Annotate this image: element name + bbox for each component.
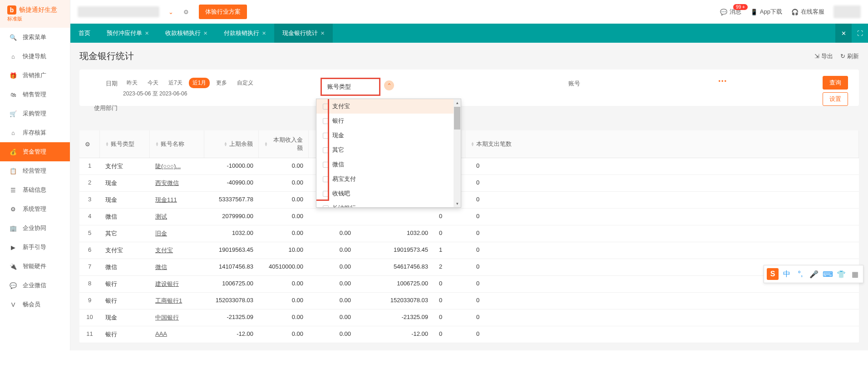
close-icon[interactable]: ✕	[321, 30, 325, 36]
tab-4[interactable]: 现金银行统计✕	[274, 24, 333, 43]
cell-name[interactable]: 西安微信	[150, 175, 204, 191]
nav-item-2[interactable]: 🎁营销推广	[0, 66, 70, 85]
cell-name[interactable]: 现金111	[150, 192, 204, 208]
filters-panel: 日期 昨天今天近7天近1月更多自定义 2023-05-06 至 2023-06-…	[79, 70, 859, 106]
row-index: 4	[79, 209, 100, 225]
col-prev-balance[interactable]: ▲▼上期余额	[204, 130, 259, 158]
dropdown-item[interactable]: 长沙银行	[316, 201, 461, 208]
nav-item-11[interactable]: ▶新手引导	[0, 238, 70, 257]
cell-c1: 0	[434, 276, 465, 292]
avatar[interactable]	[833, 5, 861, 18]
dropdown-item[interactable]: 微信	[316, 157, 461, 172]
checkbox[interactable]	[323, 133, 329, 139]
ime-toolbar[interactable]: S 中 °, 🎤 ⌨ 👕 ▦	[764, 265, 863, 283]
nav-item-8[interactable]: ☰基础信息	[0, 180, 70, 199]
nav-item-4[interactable]: 🛒采购管理	[0, 104, 70, 123]
nav-item-3[interactable]: 🛍销售管理	[0, 85, 70, 104]
ime-punct-icon[interactable]: °,	[795, 269, 806, 279]
col-account-name[interactable]: ▲▼账号名称	[150, 130, 204, 158]
col-out-count[interactable]: ▲▼本期支出笔数	[465, 130, 859, 158]
checkbox[interactable]	[323, 205, 329, 208]
expand-button[interactable]: ⛶	[852, 24, 868, 43]
cell-v3: 0.00	[309, 259, 356, 275]
nav-item-12[interactable]: 🔌智能硬件	[0, 257, 70, 276]
dropdown-item[interactable]: 现金	[316, 128, 461, 143]
ime-lang-icon[interactable]: 中	[781, 269, 792, 279]
export-button[interactable]: ⇲ 导出	[814, 52, 833, 60]
date-chip[interactable]: 近7天	[165, 78, 186, 88]
cell-type: 现金	[100, 175, 150, 191]
dropdown-item[interactable]: 支付宝	[316, 99, 461, 114]
settings-button[interactable]: 设置	[823, 92, 848, 106]
cell-name[interactable]: 旧金	[150, 225, 204, 242]
dropdown-item[interactable]: 收钱吧	[316, 186, 461, 201]
ime-menu-icon[interactable]: ▦	[849, 269, 860, 279]
cell-name[interactable]: 支付宝	[150, 242, 204, 259]
ime-keyboard-icon[interactable]: ⌨	[822, 269, 833, 279]
cell-name[interactable]: 陡(○○○)...	[150, 158, 204, 175]
checkbox[interactable]	[323, 191, 329, 197]
scroll-thumb[interactable]	[454, 107, 460, 130]
checkbox[interactable]	[323, 118, 329, 124]
close-icon[interactable]: ✕	[145, 30, 149, 36]
dropdown-item[interactable]: 其它	[316, 143, 461, 157]
nav-item-6[interactable]: 💰资金管理	[0, 142, 70, 161]
close-tab-button[interactable]: ✕	[835, 24, 852, 43]
scroll-up-icon[interactable]: ▴	[454, 99, 461, 106]
account-type-filter[interactable]: 账号类型	[321, 78, 380, 96]
nav-item-13[interactable]: 💬企业微信	[0, 276, 70, 295]
tab-1[interactable]: 预付冲应付单✕	[99, 24, 157, 43]
checkbox[interactable]	[323, 147, 329, 153]
tab-0[interactable]: 首页	[70, 24, 99, 43]
table-row: 1支付宝陡(○○○)...-10000.000.0000	[79, 158, 859, 175]
cell-name[interactable]: 工商银行1	[150, 293, 204, 309]
nav-item-10[interactable]: 🏢企业协同	[0, 219, 70, 238]
nav-item-7[interactable]: 📋经营管理	[0, 161, 70, 180]
collapse-icon[interactable]: ⌃	[384, 80, 394, 90]
cell-name[interactable]: AAA	[150, 326, 204, 343]
dropdown-item[interactable]: 银行	[316, 114, 461, 128]
ime-mic-icon[interactable]: 🎤	[809, 269, 819, 279]
date-chip[interactable]: 近1月	[189, 78, 210, 88]
date-chip[interactable]: 自定义	[233, 78, 257, 88]
nav-item-0[interactable]: 🔍搜索菜单	[0, 28, 70, 47]
query-button[interactable]: 查询	[823, 76, 848, 90]
tabs: 首页预付冲应付单✕收款核销执行✕付款核销执行✕现金银行统计✕ ✕ ⛶	[70, 24, 868, 43]
close-icon[interactable]: ✕	[203, 30, 207, 36]
account-type-input[interactable]	[355, 84, 365, 90]
date-chip[interactable]: 昨天	[123, 78, 141, 88]
col-account-type[interactable]: ▲▼账号类型	[100, 130, 150, 158]
data-table: ⚙ ▲▼账号类型 ▲▼账号名称 ▲▼上期余额 ▲▼本期收入金额 ▲▼笔数 ▲▼本…	[79, 130, 859, 343]
messages-button[interactable]: 💬 消息 99 +	[720, 8, 741, 16]
app-download-button[interactable]: 📱 App下载	[750, 8, 782, 16]
nav-item-9[interactable]: ⚙系统管理	[0, 199, 70, 219]
scroll-down-icon[interactable]: ▾	[454, 200, 461, 207]
refresh-button[interactable]: ↻ 刷新	[840, 52, 859, 60]
cell-name[interactable]: 测试	[150, 209, 204, 225]
cell-name[interactable]: 中国银行	[150, 309, 204, 326]
try-plan-button[interactable]: 体验行业方案	[199, 5, 247, 19]
nav-item-1[interactable]: ⌂快捷导航	[0, 47, 70, 66]
date-chip[interactable]: 今天	[144, 78, 162, 88]
col-income[interactable]: ▲▼本期收入金额	[259, 130, 309, 158]
table-settings-icon[interactable]: ⚙	[79, 130, 100, 158]
more-dots-icon[interactable]: •••	[718, 78, 727, 85]
tab-3[interactable]: 付款核销执行✕	[216, 24, 274, 43]
company-name[interactable]	[78, 6, 159, 17]
date-chip[interactable]: 更多	[212, 78, 231, 88]
chevron-down-icon[interactable]: ⌄	[168, 9, 173, 15]
cell-name[interactable]: 微信	[150, 259, 204, 275]
checkbox[interactable]	[323, 104, 329, 110]
nav-item-5[interactable]: ⌂库存核算	[0, 123, 70, 142]
gear-icon[interactable]: ⚙	[183, 9, 189, 15]
tab-2[interactable]: 收款核销执行✕	[157, 24, 216, 43]
close-icon[interactable]: ✕	[262, 30, 266, 36]
dropdown-scrollbar[interactable]: ▴ ▾	[454, 99, 461, 207]
support-button[interactable]: 🎧 在线客服	[791, 8, 824, 16]
dropdown-item[interactable]: 易宝支付	[316, 172, 461, 186]
checkbox[interactable]	[323, 162, 329, 168]
checkbox[interactable]	[323, 176, 329, 182]
cell-name[interactable]: 建设银行	[150, 276, 204, 292]
nav-item-14[interactable]: V畅会员	[0, 295, 70, 314]
ime-skin-icon[interactable]: 👕	[836, 269, 847, 279]
